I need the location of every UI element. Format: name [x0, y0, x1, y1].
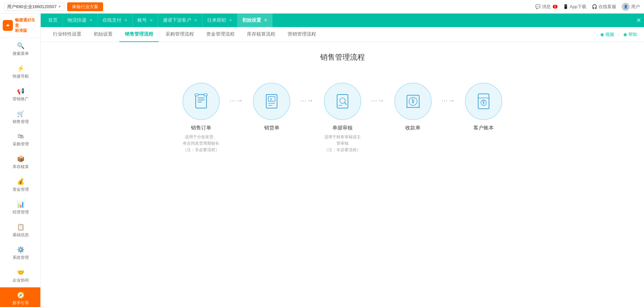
svg-rect-5 [195, 94, 198, 96]
sub-tab-finance_flow[interactable]: 资金管理流程 [201, 27, 240, 42]
search-icon: 🔍 [17, 42, 24, 49]
trial-btn[interactable]: 体验行业方案 [67, 2, 103, 11]
sub-tabs-bar: 行业特性设置初始设置销售管理流程采购管理流程资金管理流程库存核算流程营销管理流程… [41, 27, 644, 42]
flow-step-name: 客户账本 [473, 125, 494, 131]
flow-step-doc_review[interactable]: 单据审核 适用于财务审核或主管审核（注：非必要流程） [315, 83, 370, 154]
flow-step-sales_invoice[interactable]: 销货单 [245, 83, 299, 134]
user-select-text: 用户690企业1660120507 [7, 4, 57, 10]
sidebar-item-search[interactable]: 🔍搜索菜单 [0, 38, 40, 61]
app-download-item[interactable]: 📱 App下载 [563, 4, 586, 10]
nav-tab-init_settings[interactable]: 初始设置✕ [237, 14, 272, 27]
avatar: 👤 [622, 3, 630, 11]
flow-step-customer_ledger[interactable]: ¥ 客户账本 [456, 83, 511, 134]
flow-circle-doc_review [324, 83, 361, 120]
sidebar-item-basic[interactable]: 📋基础信息 [0, 219, 40, 242]
flow-circle-sales_order [182, 83, 220, 120]
sidebar-item-quick[interactable]: ⚡快捷导航 [0, 61, 40, 83]
collab-icon: 🤝 [17, 269, 24, 276]
flow-step-name: 单据审核 [332, 125, 353, 131]
flow-step-receipt[interactable]: ¥ 收款单 [386, 83, 440, 134]
flow-arrow: ···→ [371, 83, 385, 105]
flow-step-desc: 适用于分批发货、有合同发货周期较长（注：非必要流程） [183, 134, 219, 154]
sub-tab-right-help[interactable]: ◉ 帮助 [623, 32, 637, 38]
guide-icon: 🧭 [17, 291, 24, 299]
sidebar-item-operations[interactable]: 📊经营管理 [0, 197, 40, 219]
flow-step-name: 收款单 [405, 125, 421, 131]
nav-tabs-bar: 首页物流快递✕在线支付✕账号✕邀请下游客户✕往来期初✕初始设置✕✕ [41, 14, 644, 27]
user-select[interactable]: 用户690企业1660120507 ▼ [4, 3, 64, 11]
basic-icon: 📋 [17, 223, 24, 231]
svg-text:¥: ¥ [411, 97, 415, 105]
sub-tab-marketing_flow[interactable]: 营销管理流程 [282, 27, 321, 42]
flow-arrow: ···→ [300, 83, 314, 105]
flow-arrow: ···→ [230, 83, 243, 105]
sub-tab-init[interactable]: 初始设置 [88, 27, 118, 42]
close-all-tabs-icon[interactable]: ✕ [636, 17, 641, 24]
top-bar-left: 用户690企业1660120507 ▼ 体验行业方案 [4, 2, 103, 11]
sidebar-item-marketing_promo[interactable]: 📢营销推广 [0, 83, 40, 106]
nav-tab-invite[interactable]: 邀请下游客户✕ [158, 14, 202, 27]
content-area: 首页物流快递✕在线支付✕账号✕邀请下游客户✕往来期初✕初始设置✕✕ 行业特性设置… [41, 14, 644, 307]
sidebar-item-sales_mgmt[interactable]: 🛒销售管理 [0, 106, 40, 129]
purchase-icon: 🛍 [18, 133, 24, 140]
headset-icon: 🎧 [592, 4, 597, 9]
finance-icon: 💰 [17, 178, 24, 185]
nav-tab-home[interactable]: 首页 [43, 14, 63, 27]
operations-icon: 📊 [17, 201, 24, 208]
sub-tab-industry[interactable]: 行业特性设置 [47, 27, 87, 42]
system-icon: ⚙️ [17, 246, 24, 253]
message-icon: 💬 [535, 4, 541, 9]
phone-icon: 📱 [563, 4, 568, 9]
sales_mgmt-icon: 🛒 [17, 110, 24, 118]
flow-circle-sales_invoice [253, 83, 290, 120]
sidebar-items-container: 🔍搜索菜单⚡快捷导航📢营销推广🛒销售管理🛍采购管理📦库存核算💰资金管理📊经营管理… [0, 38, 40, 307]
sub-tab-purchase_flow[interactable]: 采购管理流程 [160, 27, 199, 42]
sidebar: 畅捷通好生意 标准版 🔍搜索菜单⚡快捷导航📢营销推广🛒销售管理🛍采购管理📦库存核… [0, 14, 41, 307]
sidebar-item-guide[interactable]: 🧭新手引导 [0, 287, 40, 307]
flow-arrow: ···→ [442, 83, 455, 105]
flow-step-name: 销售订单 [191, 125, 211, 131]
close-tab-icon[interactable]: ✕ [150, 18, 153, 23]
close-tab-icon[interactable]: ✕ [264, 18, 267, 23]
close-tab-icon[interactable]: ✕ [194, 18, 197, 23]
top-bar: 用户690企业1660120507 ▼ 体验行业方案 💬 消息 6 📱 App下… [0, 0, 644, 14]
flow-circle-customer_ledger: ¥ [465, 83, 502, 120]
main-layout: 畅捷通好生意 标准版 🔍搜索菜单⚡快捷导航📢营销推广🛒销售管理🛍采购管理📦库存核… [0, 14, 644, 307]
marketing_promo-icon: 📢 [17, 87, 24, 95]
svg-point-12 [340, 98, 345, 103]
sidebar-item-inventory[interactable]: 📦库存核算 [0, 151, 40, 174]
nav-tab-logistics[interactable]: 物流快递✕ [63, 14, 98, 27]
nav-tab-period_init[interactable]: 往来期初✕ [202, 14, 237, 27]
service-item[interactable]: 🎧 在线客服 [592, 4, 616, 10]
chevron-down-icon: ▼ [58, 5, 61, 8]
sub-tab-inventory_flow[interactable]: 库存核算流程 [241, 27, 281, 42]
inventory-icon: 📦 [17, 155, 24, 163]
nav-tab-payment[interactable]: 在线支付✕ [98, 14, 133, 27]
flow-step-sales_order[interactable]: 销售订单 适用于分批发货、有合同发货周期较长（注：非必要流程） [174, 83, 228, 154]
quick-icon: ⚡ [17, 65, 24, 72]
close-tab-icon[interactable]: ✕ [124, 18, 128, 23]
nav-tab-account[interactable]: 账号✕ [133, 14, 158, 27]
message-item[interactable]: 💬 消息 6 [535, 4, 558, 10]
flow-step-name: 销货单 [264, 125, 279, 131]
top-bar-right: 💬 消息 6 📱 App下载 🎧 在线客服 👤 用户 [535, 3, 640, 11]
sidebar-logo-text: 畅捷通好生意 标准版 [15, 18, 38, 34]
svg-rect-11 [337, 95, 348, 108]
sidebar-item-system[interactable]: ⚙️系统管理 [0, 242, 40, 265]
close-tab-icon[interactable]: ✕ [229, 18, 232, 23]
sidebar-logo: 畅捷通好生意 标准版 [0, 14, 40, 38]
svg-line-13 [345, 103, 347, 105]
flow-circle-receipt: ¥ [394, 83, 432, 120]
close-tab-icon[interactable]: ✕ [89, 18, 93, 23]
sidebar-item-purchase[interactable]: 🛍采购管理 [0, 129, 40, 151]
sub-tab-right-video[interactable]: ◉ 视频 [600, 32, 614, 38]
sub-tabs-right: ◉ 视频|◉ 帮助 [600, 32, 637, 38]
sub-tab-sales_flow[interactable]: 销售管理流程 [119, 27, 159, 42]
sidebar-item-collab[interactable]: 🤝企业协同 [0, 265, 40, 287]
flow-page: 销售管理流程 销售订单 适用于分批发货、有合同发货周期较长（注：非必要流程） ·… [41, 42, 644, 164]
user-avatar-item[interactable]: 👤 用户 [622, 3, 640, 11]
message-badge: 6 [553, 5, 558, 8]
sidebar-item-finance[interactable]: 💰资金管理 [0, 174, 40, 197]
svg-rect-1 [196, 95, 207, 108]
logo-icon [3, 20, 13, 31]
